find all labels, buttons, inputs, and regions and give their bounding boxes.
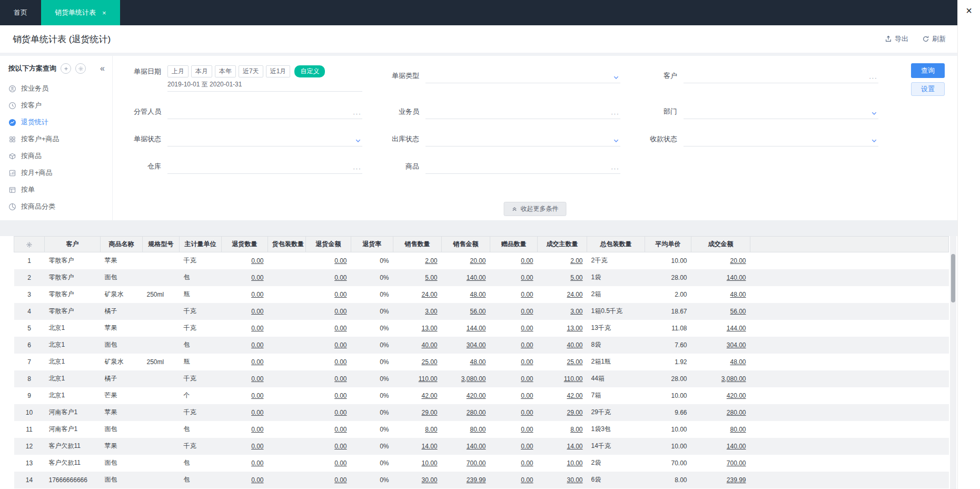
drilldown-link[interactable]: 0.00 (521, 341, 533, 349)
sidebar-item-by-customer-product[interactable]: 按客户+商品 (8, 131, 112, 148)
drilldown-link[interactable]: 0.00 (251, 443, 263, 450)
drilldown-link[interactable]: 0.00 (251, 325, 263, 332)
sidebar-collapse-icon[interactable]: « (100, 64, 105, 73)
drilldown-link[interactable]: 0.00 (251, 358, 263, 366)
more-options-icon[interactable]: ··· (353, 164, 361, 172)
drilldown-link[interactable]: 420.00 (467, 392, 486, 399)
drilldown-link[interactable]: 80.00 (730, 426, 746, 433)
drilldown-link[interactable]: 10.00 (421, 459, 437, 467)
drilldown-link[interactable]: 0.00 (334, 291, 347, 298)
drilldown-link[interactable]: 3,080.00 (461, 375, 486, 383)
drilldown-link[interactable]: 0.00 (334, 443, 347, 450)
filter-input-product[interactable]: ··· (425, 159, 620, 174)
drilldown-link[interactable]: 700.00 (467, 459, 486, 467)
drilldown-link[interactable]: 280.00 (467, 409, 486, 416)
filter-input-department[interactable] (684, 104, 878, 119)
more-options-icon[interactable]: ··· (611, 164, 619, 172)
window-close-icon[interactable]: × (958, 4, 980, 17)
drilldown-link[interactable]: 140.00 (727, 274, 746, 281)
refresh-button[interactable]: 刷新 (922, 34, 946, 44)
tab-sales-report[interactable]: 销货单统计表 × (41, 0, 120, 25)
more-options-icon[interactable]: ··· (611, 110, 619, 118)
drilldown-link[interactable]: 20.00 (730, 257, 746, 265)
drilldown-link[interactable]: 0.00 (521, 274, 533, 281)
drilldown-link[interactable]: 48.00 (730, 291, 746, 298)
drilldown-link[interactable]: 0.00 (521, 443, 533, 450)
drilldown-link[interactable]: 0.00 (334, 426, 347, 433)
drilldown-link[interactable]: 2.00 (570, 257, 582, 265)
drilldown-link[interactable]: 3,080.00 (721, 375, 746, 383)
drilldown-link[interactable]: 110.00 (419, 375, 438, 383)
drilldown-link[interactable]: 0.00 (334, 476, 347, 484)
drilldown-link[interactable]: 0.00 (334, 325, 347, 332)
drilldown-link[interactable]: 144.00 (727, 325, 746, 332)
drilldown-link[interactable]: 13.00 (421, 325, 437, 332)
drilldown-link[interactable]: 0.00 (521, 459, 533, 467)
sidebar-item-by-salesperson[interactable]: 按业务员 (8, 80, 112, 97)
date-quick-recent-1-month[interactable]: 近1月 (266, 65, 291, 77)
more-options-icon[interactable]: ··· (869, 74, 877, 82)
drilldown-link[interactable]: 0.00 (251, 476, 263, 484)
drilldown-link[interactable]: 280.00 (727, 409, 746, 416)
sidebar-item-by-month-product[interactable]: 按月+商品 (8, 164, 112, 181)
drilldown-link[interactable]: 25.00 (567, 358, 582, 366)
chevron-down-icon[interactable] (355, 138, 361, 144)
more-options-icon[interactable]: ··· (353, 110, 361, 118)
drilldown-link[interactable]: 0.00 (521, 392, 533, 399)
chevron-down-icon[interactable] (613, 138, 619, 144)
tab-home[interactable]: 首页 (0, 0, 41, 25)
drilldown-link[interactable]: 0.00 (251, 257, 263, 265)
drilldown-link[interactable]: 3.00 (570, 308, 582, 315)
drilldown-link[interactable]: 140.00 (467, 274, 486, 281)
drilldown-link[interactable]: 0.00 (521, 325, 533, 332)
drilldown-link[interactable]: 5.00 (570, 274, 582, 281)
drilldown-link[interactable]: 0.00 (521, 375, 533, 383)
drilldown-link[interactable]: 0.00 (521, 291, 533, 298)
drilldown-link[interactable]: 239.99 (727, 476, 746, 484)
drilldown-link[interactable]: 304.00 (467, 341, 486, 349)
date-quick-recent-7-days[interactable]: 近7天 (239, 65, 263, 77)
sidebar-item-by-product-category[interactable]: 按商品分类 (8, 198, 112, 215)
drilldown-link[interactable]: 14.00 (567, 443, 582, 450)
drilldown-link[interactable]: 8.00 (425, 426, 437, 433)
drilldown-link[interactable]: 29.00 (421, 409, 437, 416)
filter-input-payment-status[interactable] (684, 132, 878, 146)
drilldown-link[interactable]: 304.00 (727, 341, 746, 349)
drilldown-link[interactable]: 140.00 (727, 443, 746, 450)
chevron-down-icon[interactable] (871, 138, 877, 144)
drilldown-link[interactable]: 0.00 (521, 426, 533, 433)
drilldown-link[interactable]: 0.00 (521, 476, 533, 484)
drilldown-link[interactable]: 0.00 (521, 308, 533, 315)
scrollbar-thumb[interactable] (951, 254, 955, 302)
drilldown-link[interactable]: 25.00 (421, 358, 437, 366)
drilldown-link[interactable]: 30.00 (567, 476, 582, 484)
date-custom-button[interactable]: 自定义 (294, 65, 325, 77)
drilldown-link[interactable]: 0.00 (251, 341, 263, 349)
drilldown-link[interactable]: 0.00 (521, 409, 533, 416)
drilldown-link[interactable]: 0.00 (251, 375, 263, 383)
drilldown-link[interactable]: 0.00 (251, 459, 263, 467)
drilldown-link[interactable]: 24.00 (567, 291, 582, 298)
drilldown-link[interactable]: 5.00 (425, 274, 437, 281)
drilldown-link[interactable]: 0.00 (251, 392, 263, 399)
drilldown-link[interactable]: 30.00 (421, 476, 437, 484)
drilldown-link[interactable]: 40.00 (421, 341, 437, 349)
filter-input-bill-status[interactable] (167, 132, 362, 146)
drilldown-link[interactable]: 10.00 (567, 459, 582, 467)
collapse-more-button[interactable]: 收起更多条件 (504, 202, 567, 216)
filter-input-customer[interactable]: ··· (684, 69, 878, 83)
drilldown-link[interactable]: 0.00 (334, 459, 347, 467)
drilldown-link[interactable]: 3.00 (425, 308, 437, 315)
drilldown-link[interactable]: 0.00 (251, 274, 263, 281)
chevron-down-icon[interactable] (613, 74, 619, 81)
date-quick-this-month[interactable]: 本月 (191, 65, 212, 77)
sidebar-item-returns-stats[interactable]: 退货统计 (8, 114, 112, 131)
drilldown-link[interactable]: 0.00 (521, 257, 533, 265)
drilldown-link[interactable]: 14.00 (421, 443, 437, 450)
tab-close-icon[interactable]: × (102, 9, 106, 17)
date-quick-last-month[interactable]: 上月 (167, 65, 189, 77)
column-settings-header[interactable] (14, 237, 45, 252)
drilldown-link[interactable]: 0.00 (251, 409, 263, 416)
date-range-text[interactable]: 2019-10-01 至 2020-01-31 (167, 80, 362, 89)
drilldown-link[interactable]: 0.00 (334, 409, 347, 416)
